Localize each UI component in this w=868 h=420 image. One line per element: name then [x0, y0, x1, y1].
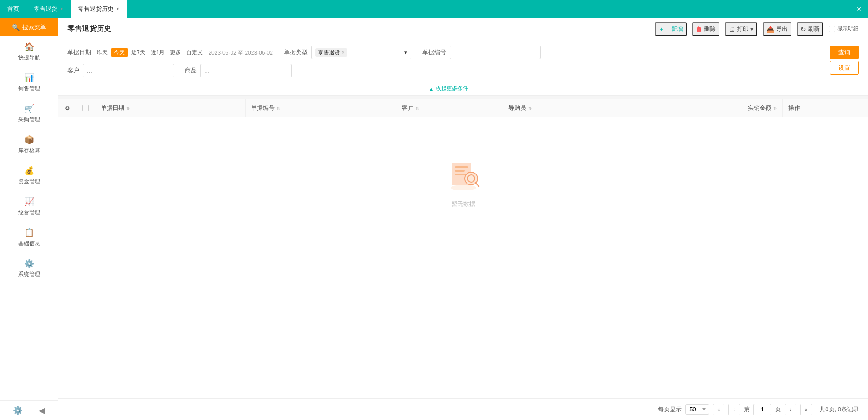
goods-select[interactable]: ... — [200, 64, 292, 77]
customer-select[interactable]: ... — [83, 64, 174, 77]
sidebar-item-inventory[interactable]: 📦 库存核算 — [0, 129, 58, 160]
date-range-value: 2023-06-02 至 2023-06-02 — [208, 49, 272, 57]
th-customer[interactable]: 客户 ⇅ — [396, 99, 503, 117]
collapse-icon[interactable]: ◀ — [39, 405, 45, 415]
print-button-label: 打印 — [737, 25, 749, 33]
tab-home[interactable]: 首页 — [0, 0, 26, 18]
first-page-btn[interactable]: « — [713, 404, 724, 415]
gear-icon[interactable]: ⚙ — [65, 105, 70, 112]
refresh-button[interactable]: ↻ 刷新 — [797, 22, 823, 36]
th-number[interactable]: 单据编号 ⇅ — [246, 99, 396, 117]
tab-retail-return-history[interactable]: 零售退货历史 × — [71, 0, 127, 18]
filter-goods-field: 商品 ... — [185, 64, 292, 77]
export-button-label: 导出 — [776, 25, 788, 33]
date-shortcut-custom[interactable]: 自定义 — [185, 48, 205, 57]
th-amount[interactable]: 实销金额 ⇅ — [632, 99, 782, 117]
th-check[interactable] — [77, 99, 95, 117]
sidebar-search[interactable]: 🔍 搜索菜单 — [0, 18, 58, 36]
tab-home-label: 首页 — [7, 5, 19, 13]
new-button-label: + 新增 — [666, 25, 683, 33]
sort-customer-icon: ⇅ — [416, 106, 419, 111]
sort-date-icon: ⇅ — [126, 106, 130, 111]
type-tag: 零售退货 × — [315, 48, 347, 57]
new-button[interactable]: ＋ + 新增 — [655, 22, 687, 36]
data-table: ⚙ 单据日期 ⇅ 单据编号 — [58, 99, 868, 245]
th-amount-label: 实销金额 — [748, 104, 771, 112]
settings-icon[interactable]: ⚙️ — [13, 405, 23, 415]
tab-retail-return-close[interactable]: × — [60, 6, 63, 12]
number-input[interactable] — [450, 46, 541, 59]
sidebar-item-quick-nav[interactable]: 🏠 快捷导航 — [0, 36, 58, 67]
sidebar-item-sales[interactable]: 📊 销售管理 — [0, 67, 58, 98]
filter-actions: 查询 设置 — [830, 46, 859, 75]
th-guide[interactable]: 导购员 ⇅ — [503, 99, 632, 117]
th-actions-label: 操作 — [788, 104, 800, 111]
filter-number-field: 单据编号 — [422, 46, 541, 59]
empty-text: 暂无数据 — [452, 200, 475, 208]
tab-retail-return-history-close[interactable]: × — [116, 6, 119, 12]
delete-icon: 🗑 — [696, 26, 702, 33]
date-shortcuts: 昨天 今天 近7天 近1月 更多 自定义 — [95, 48, 205, 57]
svg-line-7 — [475, 183, 479, 186]
th-date[interactable]: 单据日期 ⇅ — [95, 99, 246, 117]
date-shortcut-1month[interactable]: 近1月 — [149, 48, 167, 57]
sidebar-item-basic-info[interactable]: 📋 基础信息 — [0, 222, 58, 253]
type-select[interactable]: 零售退货 × ▾ — [311, 46, 411, 59]
type-select-arrow: ▾ — [404, 49, 407, 56]
date-shortcut-today[interactable]: 今天 — [111, 48, 128, 57]
sidebar-item-system-label: 系统管理 — [18, 271, 40, 278]
filter-collapse-label: 收起更多条件 — [436, 85, 468, 92]
sidebar-item-quick-nav-label: 快捷导航 — [18, 54, 40, 61]
filter-customer-field: 客户 ... — [67, 64, 174, 77]
empty-illustration — [443, 154, 484, 195]
date-range-display: 2023-06-02 至 2023-06-02 — [208, 48, 272, 57]
plus-icon: ＋ — [658, 25, 664, 33]
filter-date-field: 单据日期 昨天 今天 近7天 近1月 更多 自定义 — [67, 48, 205, 57]
svg-point-0 — [451, 185, 476, 190]
next-page-btn[interactable]: › — [785, 404, 796, 415]
page-input[interactable] — [753, 404, 771, 415]
setting-button[interactable]: 设置 — [830, 61, 859, 75]
refresh-icon: ↻ — [801, 26, 806, 33]
sidebar-item-system[interactable]: ⚙️ 系统管理 — [0, 253, 58, 284]
sidebar-item-operations-label: 经营管理 — [18, 209, 40, 216]
query-button[interactable]: 查询 — [830, 46, 859, 59]
tab-retail-return[interactable]: 零售退货 × — [26, 0, 71, 18]
show-detail-wrap: 显示明细 — [829, 25, 859, 33]
per-page-select[interactable]: 20 50 100 — [685, 404, 709, 415]
select-all-checkbox[interactable] — [82, 105, 89, 111]
delete-button[interactable]: 🗑 删除 — [692, 22, 719, 36]
number-label: 单据编号 — [422, 48, 446, 56]
filter-type-field: 单据类型 零售退货 × ▾ — [284, 46, 411, 59]
th-gear[interactable]: ⚙ — [58, 99, 77, 117]
page-label: 第 — [744, 405, 750, 414]
sidebar-item-inventory-label: 库存核算 — [18, 147, 40, 154]
basic-info-icon: 📋 — [24, 228, 34, 238]
sidebar-item-finance[interactable]: 💰 资金管理 — [0, 160, 58, 191]
main-layout: 🔍 搜索菜单 🏠 快捷导航 📊 销售管理 🛒 采购管理 📦 库存核算 💰 资金管… — [0, 18, 868, 420]
content-area: 零售退货历史 ＋ + 新增 🗑 删除 🖨 打印 ▾ 📤 导出 — [58, 18, 868, 420]
date-shortcut-yesterday[interactable]: 昨天 — [95, 48, 109, 57]
print-button[interactable]: 🖨 打印 ▾ — [725, 22, 757, 36]
customer-label: 客户 — [67, 67, 79, 75]
show-detail-checkbox[interactable] — [829, 26, 835, 32]
finance-icon: 💰 — [24, 166, 34, 176]
prev-page-btn[interactable]: ‹ — [728, 404, 740, 415]
filter-area: 单据日期 昨天 今天 近7天 近1月 更多 自定义 — [58, 40, 868, 96]
last-page-btn[interactable]: » — [800, 404, 812, 415]
show-detail-label: 显示明细 — [837, 25, 859, 33]
sidebar-item-purchase[interactable]: 🛒 采购管理 — [0, 98, 58, 129]
customer-dots: ... — [87, 67, 92, 74]
filter-collapse-btn[interactable]: ▲ 收起更多条件 — [67, 82, 830, 95]
page-suffix: 页 — [775, 405, 781, 414]
svg-rect-2 — [455, 166, 468, 168]
export-button[interactable]: 📤 导出 — [763, 22, 791, 36]
purchase-icon: 🛒 — [24, 104, 34, 114]
filter-top: 单据日期 昨天 今天 近7天 近1月 更多 自定义 — [67, 46, 859, 95]
date-shortcut-more[interactable]: 更多 — [168, 48, 183, 57]
window-close-button[interactable]: × — [850, 0, 868, 18]
sidebar-item-operations[interactable]: 📈 经营管理 — [0, 191, 58, 222]
th-customer-label: 客户 — [402, 104, 414, 112]
date-shortcut-7days[interactable]: 近7天 — [129, 48, 147, 57]
type-tag-remove[interactable]: × — [342, 50, 344, 55]
